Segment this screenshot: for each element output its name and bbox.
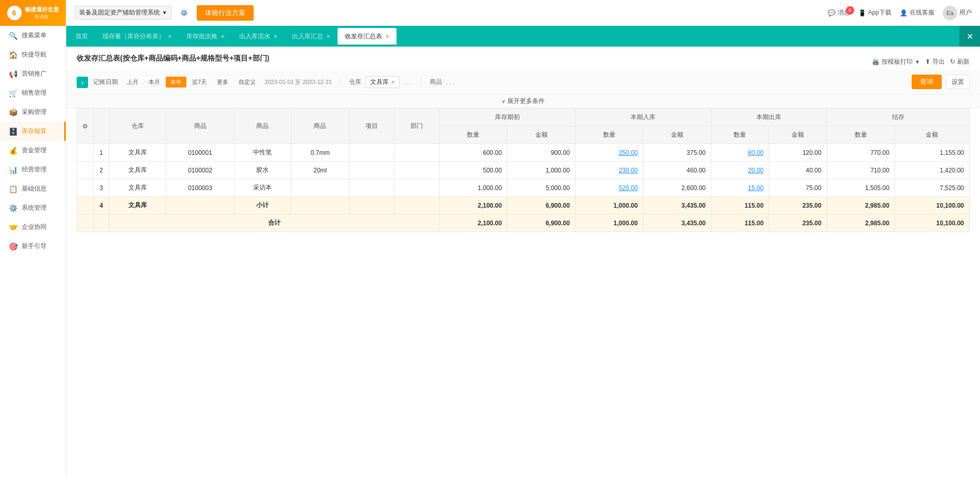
th-out-group: 本期出库 — [711, 109, 827, 126]
tab-item-0[interactable]: 首页 — [68, 28, 95, 45]
date-btn-更多[interactable]: 更多 — [212, 77, 233, 88]
close-all-tabs-button[interactable]: ✕ — [959, 26, 980, 47]
total-out-amt: 235.00 — [769, 214, 827, 232]
tab-label-2: 库存批次账 — [186, 32, 217, 41]
date-label: 记账日期 — [93, 78, 118, 86]
sidebar-item-search[interactable]: 🔍搜索菜单 — [0, 26, 66, 45]
sidebar-item-operation[interactable]: 📊经营管理 — [0, 160, 66, 179]
sidebar-item-enterprise[interactable]: 🤝企业协同 — [0, 218, 66, 237]
expand-arrow-icon: ∨ — [502, 98, 505, 104]
filter-fields: 记账日期 上月本月本年近7天更多自定义 2023-01-01 至 2023-12… — [93, 75, 970, 89]
tab-item-2[interactable]: 库存批次账✕ — [179, 28, 232, 45]
goods-more-btn[interactable]: ... — [446, 78, 456, 86]
tab-item-5[interactable]: 收发存汇总表✕ — [338, 28, 397, 45]
th-opening-group: 库存期初 — [440, 109, 575, 126]
row-in-qty-1[interactable]: 230.00 — [575, 162, 643, 179]
total-out-qty: 115.00 — [711, 214, 769, 232]
tab-close-icon-2[interactable]: ✕ — [221, 34, 225, 39]
row-out-qty-2[interactable]: 15.00 — [711, 179, 769, 197]
message-item[interactable]: 💬 消息 6 — [828, 8, 850, 17]
row-code-2: 0100003 — [166, 179, 234, 197]
th-goods-code: 商品 — [166, 109, 234, 144]
online-service-item[interactable]: 👤 在线客服 — [900, 8, 934, 17]
sidebar-item-sales[interactable]: 🛒销售管理 — [0, 83, 66, 103]
inventory-table: ⚙ 仓库 商品 商品 商品 项目 部门 库存期初 本期入库 本期出库 结存 — [77, 108, 970, 232]
phone-icon: 📱 — [858, 9, 866, 17]
top-header-right: 💬 消息 6 📱 App下载 👤 在线客服 Ea 用户 — [828, 6, 972, 20]
inventory-icon: 🗄️ — [8, 127, 18, 136]
tab-item-3[interactable]: 出入库流水✕ — [232, 28, 285, 45]
row-index-1: 2 — [94, 162, 109, 179]
user-item[interactable]: Ea 用户 — [943, 6, 972, 20]
row-project-0 — [349, 144, 394, 162]
th-project: 项目 — [349, 109, 394, 144]
date-btn-自定义[interactable]: 自定义 — [234, 77, 260, 88]
total-in-amt: 3,435.00 — [643, 214, 711, 232]
settings-icon[interactable]: ⚙️ — [177, 6, 192, 20]
date-btn-近7天[interactable]: 近7天 — [187, 77, 211, 88]
row-in-qty-2[interactable]: 520.00 — [575, 179, 643, 197]
app-download-item[interactable]: 📱 App下载 — [858, 8, 891, 17]
total-balance-qty: 2,985.00 — [827, 214, 895, 232]
operation-icon: 📊 — [8, 166, 18, 174]
query-button[interactable]: 查询 — [912, 75, 942, 89]
row-balance-amt-0: 1,155.00 — [895, 144, 969, 162]
sidebar-label-system: 系统管理 — [22, 204, 47, 212]
tab-close-icon-5[interactable]: ✕ — [385, 34, 389, 39]
export-button[interactable]: ⬆ 导出 — [925, 57, 945, 66]
date-btn-本月[interactable]: 本月 — [144, 77, 165, 88]
tab-close-icon-4[interactable]: ✕ — [326, 34, 330, 39]
sidebar-item-guide[interactable]: 🎯新手引导 — [0, 237, 66, 256]
date-btn-本年[interactable]: 本年 — [166, 77, 186, 88]
page-title: 收发存汇总表(按仓库+商品编码+商品+规格型号+项目+部门) — [77, 54, 269, 63]
row-dept-2 — [394, 179, 440, 197]
row-dept-0 — [394, 144, 440, 162]
sidebar-item-marketing[interactable]: 📢营销推广 — [0, 64, 66, 83]
row-in-qty-3: 1,000.00 — [575, 197, 643, 214]
refresh-icon: ↻ — [950, 58, 955, 65]
filter-toggle-btn[interactable]: › — [77, 77, 88, 88]
warehouse-more-btn[interactable]: ... — [404, 78, 413, 86]
sidebar-label-search: 搜索菜单 — [22, 31, 47, 40]
purchase-icon: 📦 — [8, 108, 18, 117]
sidebar-item-purchase[interactable]: 📦采购管理 — [0, 103, 66, 122]
expand-more-btn[interactable]: ∨ 展开更多条件 — [502, 97, 545, 106]
sidebar-item-inventory[interactable]: 🗄️库存核算 — [0, 122, 66, 141]
row-opening-amt-0: 900.00 — [507, 144, 575, 162]
search-icon: 🔍 — [8, 32, 18, 40]
system-select[interactable]: 装备及固定资产辅助管理系统 ▼ — [75, 6, 172, 20]
settings-btn[interactable]: 设置 — [946, 75, 970, 89]
sidebar-item-basic[interactable]: 📋基础信息 — [0, 179, 66, 198]
row-balance-amt-3: 10,100.00 — [895, 197, 969, 214]
print-button[interactable]: 🖨️ 按模板打印 ▼ — [872, 57, 920, 66]
total-row: 合计 2,100.00 6,900.00 1,000.00 3,435.00 1… — [77, 214, 970, 232]
sidebar-item-quick-nav[interactable]: 🏠快捷导航 — [0, 45, 66, 64]
row-in-qty-0[interactable]: 250.00 — [575, 144, 643, 162]
row-out-qty-0[interactable]: 80.00 — [711, 144, 769, 162]
print-icon: 🖨️ — [872, 58, 880, 65]
row-out-amt-3: 235.00 — [769, 197, 827, 214]
tab-item-4[interactable]: 出入库汇总✕ — [285, 28, 338, 45]
tab-item-1[interactable]: 现存量（库存分布表）✕ — [95, 28, 179, 45]
date-buttons: 上月本月本年近7天更多自定义 — [122, 77, 260, 88]
tab-close-icon-3[interactable]: ✕ — [273, 34, 277, 39]
page-header-actions: 🖨️ 按模板打印 ▼ ⬆ 导出 ↻ 刷新 — [872, 57, 970, 66]
row-out-amt-1: 40.00 — [769, 162, 827, 179]
tab-close-icon-1[interactable]: ✕ — [168, 34, 172, 39]
warehouse-tag[interactable]: 文具库 ✕ — [365, 76, 400, 88]
row-out-qty-1[interactable]: 20.00 — [711, 162, 769, 179]
total-opening-qty: 2,100.00 — [440, 214, 507, 232]
sidebar-item-finance[interactable]: 💰资金管理 — [0, 141, 66, 160]
logo-icon: 6 — [7, 6, 22, 20]
online-service-label: 在线客服 — [910, 8, 934, 17]
warehouse-tag-close-icon[interactable]: ✕ — [391, 79, 395, 85]
row-opening-amt-2: 5,000.00 — [507, 179, 575, 197]
row-index-0: 1 — [94, 144, 109, 162]
date-btn-上月[interactable]: 上月 — [122, 77, 143, 88]
row-dept-1 — [394, 162, 440, 179]
th-balance-group: 结存 — [827, 109, 969, 126]
refresh-button[interactable]: ↻ 刷新 — [950, 57, 970, 66]
sidebar-label-quick-nav: 快捷导航 — [22, 50, 47, 59]
trial-button[interactable]: 体验行业方案 — [197, 5, 254, 21]
sidebar-item-system[interactable]: ⚙️系统管理 — [0, 198, 66, 218]
